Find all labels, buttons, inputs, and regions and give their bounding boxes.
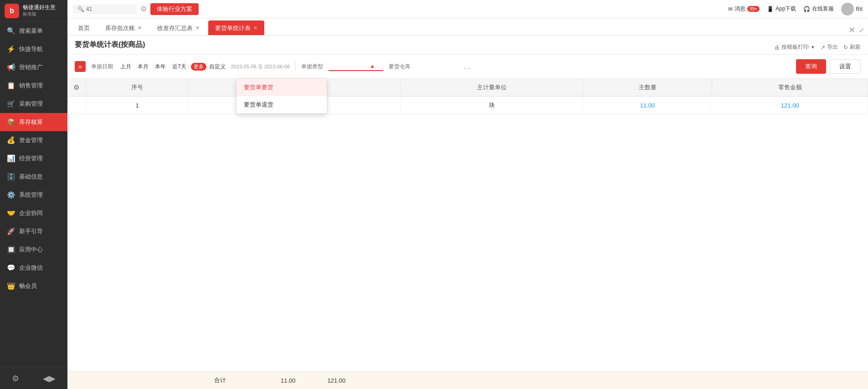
tab-count: 41 bbox=[86, 6, 92, 12]
industry-btn[interactable]: 体验行业方案 bbox=[150, 3, 199, 15]
dropdown-item-return[interactable]: 要货单退货 bbox=[236, 96, 327, 113]
warehouse-select[interactable]: … bbox=[416, 62, 498, 71]
sidebar-item-purchase[interactable]: 🛒 采购管理 bbox=[0, 95, 67, 113]
th-settings[interactable]: ⚙ bbox=[67, 79, 86, 97]
sidebar-item-finance[interactable]: 💰 资金管理 bbox=[0, 131, 67, 149]
message-btn[interactable]: ✉ 消息 99+ bbox=[728, 5, 760, 13]
expand-filter-btn[interactable]: » bbox=[75, 61, 86, 72]
member-icon: 👑 bbox=[6, 282, 15, 291]
table-footer: 合计 11.00 121.00 bbox=[67, 371, 868, 389]
tab-home-label: 首页 bbox=[78, 24, 90, 32]
date-group: 上月 本月 本年 近7天 更多 自定义 bbox=[118, 62, 226, 72]
message-label: 消息 bbox=[734, 5, 745, 13]
sidebar-item-label: 采购管理 bbox=[19, 100, 43, 108]
sidebar-item-operation[interactable]: 📊 经营管理 bbox=[0, 149, 67, 168]
sidebar-item-sales[interactable]: 📋 销售管理 bbox=[0, 77, 67, 95]
user-avatar-btn[interactable]: Rit bbox=[841, 3, 863, 15]
date-btn-last-month[interactable]: 上月 bbox=[118, 62, 133, 72]
close-icon[interactable]: ✕ bbox=[195, 25, 200, 31]
tab-inventory-batch-label: 库存批次账 bbox=[105, 24, 135, 32]
sidebar-item-label: 库存核算 bbox=[19, 118, 43, 126]
template-print-label: 按模板打印 bbox=[781, 43, 809, 51]
export-btn[interactable]: ↗ 导出 bbox=[821, 43, 838, 51]
sidebar-item-guide[interactable]: 🚀 新手引导 bbox=[0, 222, 67, 241]
sidebar-item-label: 资金管理 bbox=[19, 136, 43, 144]
sidebar-item-basic[interactable]: 🗄️ 基础信息 bbox=[0, 168, 67, 186]
query-btn[interactable]: 查询 bbox=[796, 59, 826, 74]
close-all-btn[interactable]: ✕ bbox=[848, 25, 855, 35]
purchase-icon: 🛒 bbox=[6, 99, 15, 108]
basic-icon: 🗄️ bbox=[6, 172, 15, 181]
app-download-label: App下载 bbox=[776, 5, 796, 13]
sidebar-item-member[interactable]: 👑 畅会员 bbox=[0, 277, 67, 295]
maximize-btn[interactable]: ⤢ bbox=[859, 26, 864, 34]
row-checkbox[interactable] bbox=[67, 97, 86, 114]
tab-inventory-batch[interactable]: 库存批次账 ✕ bbox=[98, 20, 149, 35]
collapse-bottom-btn[interactable]: ◀▶ bbox=[41, 372, 57, 385]
sidebar-item-label: 企业协同 bbox=[19, 209, 43, 217]
app-title: 畅捷通好生意 bbox=[23, 4, 56, 11]
type-select[interactable]: ▲ bbox=[329, 62, 383, 71]
tab-receive-summary[interactable]: 收发存汇总表 ✕ bbox=[150, 20, 206, 35]
date-btn-this-year[interactable]: 本年 bbox=[153, 62, 168, 72]
th-seq: 序号 bbox=[86, 79, 189, 97]
operation-icon: 📊 bbox=[6, 154, 15, 163]
sidebar-item-marketing[interactable]: 📢 营销推广 bbox=[0, 58, 67, 77]
refresh-btn[interactable]: ↻ 刷新 bbox=[843, 43, 861, 51]
settings-icon[interactable]: ⚙ bbox=[73, 83, 79, 91]
export-icon: ↗ bbox=[821, 44, 825, 51]
tab-order-summary[interactable]: 要货单统计表 ✕ bbox=[208, 20, 264, 35]
data-table: ⚙ 序号 商品 主计量单位 主数量 零售金额 1 bbox=[67, 79, 868, 114]
main-area: 🔍 41 ⚙ 体验行业方案 ✉ 消息 99+ 📱 App下载 🎧 在线客服 bbox=[67, 0, 868, 389]
date-btn-this-month[interactable]: 本月 bbox=[136, 62, 150, 72]
sidebar-item-enterprise[interactable]: 🤝 企业协同 bbox=[0, 204, 67, 222]
more-icon[interactable]: … bbox=[463, 62, 471, 71]
sidebar-item-search[interactable]: 🔍 搜索菜单 bbox=[0, 22, 67, 40]
marketing-icon: 📢 bbox=[6, 63, 15, 72]
row-unit: 块 bbox=[401, 97, 583, 114]
search-icon: 🔍 bbox=[6, 26, 15, 36]
wechat-icon: 💬 bbox=[6, 263, 15, 272]
online-service-btn[interactable]: 🎧 在线客服 bbox=[803, 5, 834, 13]
close-icon[interactable]: ✕ bbox=[253, 25, 257, 31]
dropdown-item-purchase[interactable]: 要货单要货 bbox=[236, 79, 327, 96]
date-custom-btn[interactable]: 自定义 bbox=[209, 63, 226, 71]
row-amount[interactable]: 121.00 bbox=[712, 97, 868, 114]
total-label: 合计 bbox=[214, 376, 226, 384]
chevron-down-icon[interactable]: ▼ bbox=[811, 45, 815, 50]
tab-search[interactable]: 🔍 41 bbox=[73, 5, 137, 14]
settings-btn[interactable]: 设置 bbox=[830, 59, 861, 74]
settings-bottom-btn[interactable]: ⚙ bbox=[10, 372, 21, 385]
sidebar-nav: 🔍 搜索菜单 ⚡ 快捷导航 📢 营销推广 📋 销售管理 🛒 采购管理 📦 库存核… bbox=[0, 22, 67, 368]
table-container: ⚙ 序号 商品 主计量单位 主数量 零售金额 1 bbox=[67, 79, 868, 371]
message-badge: 99+ bbox=[747, 6, 760, 12]
sidebar-header: b 畅捷通好生意 标准版 bbox=[0, 0, 67, 22]
tab-home[interactable]: 首页 bbox=[71, 20, 97, 35]
th-unit: 主计量单位 bbox=[401, 79, 583, 97]
sidebar-item-app-center[interactable]: 🔲 应用中心 bbox=[0, 241, 67, 259]
sidebar-item-label: 应用中心 bbox=[19, 246, 43, 254]
topbar: 🔍 41 ⚙ 体验行业方案 ✉ 消息 99+ 📱 App下载 🎧 在线客服 bbox=[67, 0, 868, 18]
close-icon[interactable]: ✕ bbox=[138, 25, 142, 31]
date-more-btn[interactable]: 更多 bbox=[191, 63, 206, 71]
sidebar-item-wechat[interactable]: 💬 企业微信 bbox=[0, 259, 67, 277]
settings-gear-icon[interactable]: ⚙ bbox=[140, 5, 147, 13]
date-btn-7days[interactable]: 近7天 bbox=[170, 62, 188, 72]
sidebar-item-inventory[interactable]: 📦 库存核算 bbox=[0, 113, 67, 131]
lightning-icon: ⚡ bbox=[6, 45, 15, 54]
row-qty[interactable]: 11.00 bbox=[583, 97, 712, 114]
app-download-btn[interactable]: 📱 App下载 bbox=[767, 5, 796, 13]
page-actions: 🖨 按模板打印 ▼ ↗ 导出 ↻ 刷新 bbox=[774, 43, 861, 51]
sidebar-item-quick-nav[interactable]: ⚡ 快捷导航 bbox=[0, 40, 67, 58]
sidebar-item-label: 销售管理 bbox=[19, 82, 43, 90]
finance-icon: 💰 bbox=[6, 136, 15, 145]
content-area: 要货单统计表(按商品) 🖨 按模板打印 ▼ ↗ 导出 ↻ 刷新 bbox=[67, 36, 868, 389]
sidebar-item-system[interactable]: ⚙️ 系统管理 bbox=[0, 186, 67, 204]
search-icon: 🔍 bbox=[77, 6, 84, 12]
total-amount: 121.00 bbox=[328, 377, 346, 384]
topbar-right: ✉ 消息 99+ 📱 App下载 🎧 在线客服 Rit bbox=[728, 3, 863, 15]
filter-divider bbox=[295, 62, 296, 71]
template-print-btn[interactable]: 🖨 按模板打印 ▼ bbox=[774, 43, 815, 51]
sidebar-item-label: 系统管理 bbox=[19, 191, 43, 199]
refresh-label: 刷新 bbox=[850, 43, 861, 51]
